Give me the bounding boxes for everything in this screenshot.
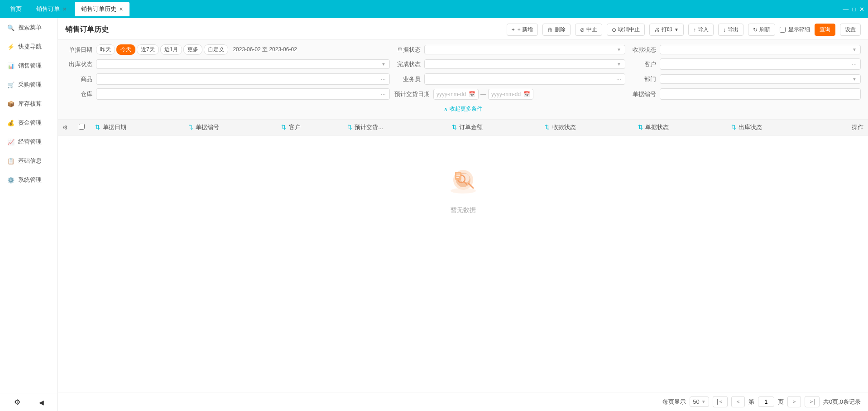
sidebar-item-finance[interactable]: 💰 资金管理 <box>0 113 58 132</box>
sort-icon-outbound[interactable]: ⇅ <box>731 124 736 131</box>
print-button[interactable]: 🖨 打印 ▼ <box>649 24 684 36</box>
department-select[interactable]: ▼ <box>660 74 861 84</box>
page-size-chevron: ▼ <box>701 399 706 404</box>
maximize-btn[interactable]: □ <box>852 6 856 13</box>
display-cols-checkbox[interactable] <box>780 27 786 33</box>
calendar-from-icon: 📅 <box>469 91 475 97</box>
completion-select[interactable]: ▼ <box>424 59 625 69</box>
export-icon: ↓ <box>723 27 726 33</box>
sidebar-item-purchase[interactable]: 🛒 采购管理 <box>0 75 58 94</box>
completion-label: 完成状态 <box>393 60 421 68</box>
display-cols-toggle[interactable]: 显示碎细 <box>780 26 810 34</box>
bill-no-input[interactable] <box>660 88 861 100</box>
filter-row-4: 仓库 ··· 预计交货日期 yyyy-mm-dd 📅 — yyyy <box>65 88 861 100</box>
empty-text: 暂无数据 <box>451 206 476 214</box>
th-settings[interactable]: ⚙ <box>58 120 74 135</box>
customer-label: 客户 <box>629 60 656 68</box>
stop-button[interactable]: ⊘ 中止 <box>575 24 602 36</box>
outbound-select[interactable]: ▼ <box>96 59 390 69</box>
th-operations: 操作 <box>820 120 868 135</box>
page-unit: 页 <box>778 398 784 406</box>
cancel-stop-button[interactable]: ⊙ 取消中止 <box>607 24 645 36</box>
page-header: 销售订单历史 + + 新增 🗑 删除 ⊘ 中止 ⊙ 取消中止 <box>58 18 868 40</box>
tab-sales-order-history[interactable]: 销售订单历史 ✕ <box>75 2 129 16</box>
bill-status-select[interactable]: ▼ <box>424 45 625 54</box>
empty-illustration <box>445 163 481 199</box>
sort-icon-delivery[interactable]: ⇅ <box>347 124 352 131</box>
date-more[interactable]: 更多 <box>183 44 202 55</box>
minimize-btn[interactable]: — <box>843 6 849 13</box>
select-all-checkbox[interactable] <box>79 124 85 130</box>
filter-section-completion: 完成状态 ▼ <box>393 59 625 69</box>
filter-section-outbound: 出库状态 ▼ <box>65 59 390 69</box>
export-button[interactable]: ↓ 导出 <box>718 24 743 36</box>
sidebar-collapse-icon[interactable]: ◀ <box>39 399 44 406</box>
date-today[interactable]: 今天 <box>116 44 135 55</box>
filter-section-salesperson: 业务员 ··· <box>393 73 625 85</box>
receipt-status-select[interactable]: ▼ <box>660 45 861 54</box>
import-button[interactable]: ↑ 导入 <box>688 24 714 36</box>
date-control: 昨天 今天 近7天 近1月 更多 自定义 2023-06-02 至 2023-0… <box>96 44 390 55</box>
settings-icon[interactable]: ⚙ <box>62 124 68 131</box>
sidebar-item-inventory[interactable]: 📦 库存核算 <box>0 94 58 113</box>
expected-delivery-to[interactable]: yyyy-mm-dd 📅 <box>488 89 533 100</box>
page-size-select[interactable]: 50 ▼ <box>690 396 709 407</box>
collapse-btn[interactable]: ∧ 收起更多条件 <box>442 103 484 115</box>
table-area: ⚙ ⇅ 单据日期 ⇅ 单据编号 <box>58 120 868 392</box>
warehouse-input[interactable]: ··· <box>96 88 390 100</box>
sort-icon-billno[interactable]: ⇅ <box>188 124 193 131</box>
tab-sales-order[interactable]: 销售订单 ✕ <box>30 2 73 16</box>
stop-icon: ⊘ <box>580 27 585 33</box>
expected-delivery-from[interactable]: yyyy-mm-dd 📅 <box>433 89 479 100</box>
sidebar-item-operations[interactable]: 📈 经营管理 <box>0 132 58 151</box>
page-number-input[interactable] <box>758 396 774 407</box>
print-chevron-icon: ▼ <box>674 27 679 32</box>
sort-icon-bill-status[interactable]: ⇅ <box>638 124 643 131</box>
last-page-btn[interactable]: ＞| <box>805 396 820 407</box>
sidebar-item-sales[interactable]: 📊 销售管理 <box>0 56 58 75</box>
filter-area: 单据日期 昨天 今天 近7天 近1月 更多 自定义 2023-06-02 至 2… <box>58 40 868 120</box>
date-1month[interactable]: 近1月 <box>160 44 182 55</box>
sort-icon[interactable]: ⇅ <box>95 124 100 131</box>
delete-button[interactable]: 🗑 删除 <box>542 24 571 36</box>
first-page-btn[interactable]: |＜ <box>713 396 728 407</box>
sidebar-item-system[interactable]: ⚙️ 系统管理 <box>0 170 58 189</box>
goods-input[interactable]: ··· <box>96 73 390 85</box>
sort-icon-amount[interactable]: ⇅ <box>452 124 457 131</box>
import-icon: ↑ <box>693 27 696 33</box>
sort-icon-receipt[interactable]: ⇅ <box>545 124 550 131</box>
filter-row-3: 商品 ··· 业务员 ··· 部门 ▼ <box>65 73 861 85</box>
quick-nav-icon: ⚡ <box>7 43 14 50</box>
collapse-row: ∧ 收起更多条件 <box>65 103 861 115</box>
customer-input[interactable]: ··· <box>660 58 861 70</box>
query-button[interactable]: 查询 <box>815 24 835 36</box>
new-button[interactable]: + + 新增 <box>507 24 538 36</box>
prev-page-btn[interactable]: ＜ <box>731 396 745 407</box>
close-btn[interactable]: ✕ <box>859 6 864 13</box>
refresh-button[interactable]: ↻ 刷新 <box>748 24 775 36</box>
th-checkbox[interactable] <box>74 120 91 135</box>
date-7days[interactable]: 近7天 <box>137 44 159 55</box>
outbound-chevron: ▼ <box>381 62 386 67</box>
page-title: 销售订单历史 <box>65 25 109 34</box>
receipt-status-chevron: ▼ <box>852 47 857 52</box>
filter-row-2: 出库状态 ▼ 完成状态 ▼ 客户 ··· <box>65 58 861 70</box>
operations-icon: 📈 <box>7 138 14 145</box>
next-page-btn[interactable]: ＞ <box>787 396 801 407</box>
close-tab-history[interactable]: ✕ <box>119 6 123 12</box>
sidebar-settings-icon[interactable]: ⚙ <box>14 398 20 406</box>
outbound-label: 出库状态 <box>65 60 92 68</box>
sort-icon-customer[interactable]: ⇅ <box>281 124 286 131</box>
salesperson-input[interactable]: ··· <box>424 73 625 85</box>
sidebar-item-base-info[interactable]: 📋 基础信息 <box>0 151 58 170</box>
close-tab-sales-order[interactable]: ✕ <box>62 6 67 12</box>
filter-section-bill-no: 单据编号 <box>629 88 861 100</box>
page-size-value: 50 <box>693 398 699 405</box>
tab-home[interactable]: 首页 <box>4 2 28 16</box>
date-yesterday[interactable]: 昨天 <box>96 44 115 55</box>
sidebar-item-quick-nav[interactable]: ⚡ 快捷导航 <box>0 37 58 56</box>
cancel-stop-icon: ⊙ <box>612 27 616 33</box>
date-custom[interactable]: 自定义 <box>204 44 228 55</box>
settings-button[interactable]: 设置 <box>840 24 861 36</box>
sidebar-item-search-menu[interactable]: 🔍 搜索菜单 <box>0 18 58 37</box>
